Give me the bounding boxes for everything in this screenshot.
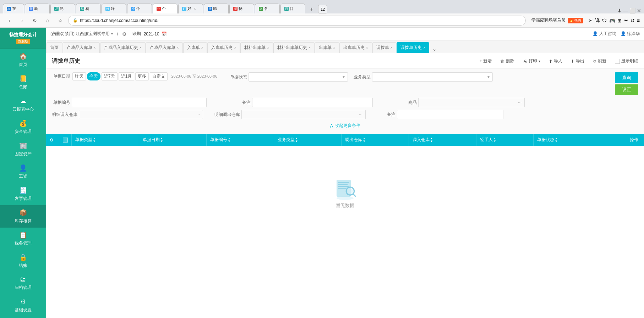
window-download-btn[interactable]: ⬇: [617, 8, 622, 13]
window-close-btn[interactable]: ✕: [637, 8, 641, 13]
page-tab-prod-in[interactable]: 产成品入库单 ×: [63, 42, 100, 53]
page-tab-in-hist[interactable]: 入库单历史 ×: [207, 42, 240, 53]
company-settings-icon[interactable]: ⚙: [122, 31, 127, 37]
page-tab-in-order[interactable]: 入库单 ×: [183, 42, 207, 53]
th-biz[interactable]: 业务类型 ▲▼: [274, 134, 341, 146]
in-hist-tab-close[interactable]: ×: [234, 46, 236, 50]
date-btn-today[interactable]: 今天: [87, 72, 100, 80]
browser-tab-9[interactable]: 腾 腾: [204, 4, 229, 13]
sidebar-item-funds[interactable]: 💰 资金管理: [0, 116, 46, 138]
transfer-hist-tab-close[interactable]: ×: [423, 46, 425, 50]
date-btn-yesterday[interactable]: 昨天: [72, 72, 86, 80]
date-btn-1month[interactable]: 近1月: [119, 72, 135, 80]
prod-in-tab-close[interactable]: ×: [94, 46, 96, 50]
print-button[interactable]: 🖨 打印 ▾: [520, 57, 543, 66]
sidebar-item-archive[interactable]: 🗂 归档管理: [0, 272, 46, 294]
bookmark-button[interactable]: ☆: [55, 16, 65, 26]
th-gear[interactable]: ⚙: [46, 134, 59, 146]
page-tab-home[interactable]: 首页: [46, 42, 62, 53]
page-tab-prod-in2[interactable]: 产成品入库单 ×: [146, 42, 183, 53]
tab-close-btn[interactable]: ×: [194, 7, 196, 11]
menu-icon[interactable]: ≡: [637, 18, 640, 23]
th-out-wh[interactable]: 调出仓库 ▲▼: [341, 134, 409, 146]
in-order-tab-close[interactable]: ×: [201, 46, 203, 50]
add-button[interactable]: + 新增: [477, 57, 495, 66]
sidebar-item-wages[interactable]: 👤 工资: [0, 161, 46, 183]
th-type[interactable]: 单据类型 ▲▼: [71, 134, 139, 146]
browser-tab-2[interactable]: 新 新: [25, 4, 50, 13]
setting-button[interactable]: 设置: [615, 84, 638, 95]
home-button[interactable]: ⌂: [43, 16, 53, 26]
print-dropdown-icon[interactable]: ▾: [539, 59, 540, 63]
page-tab-out-order[interactable]: 出库单 ×: [315, 42, 339, 53]
gear-settings-icon[interactable]: ⚙: [50, 138, 54, 143]
sidebar-item-tax[interactable]: 📋 税务管理: [0, 228, 46, 250]
out-order-tab-close[interactable]: ×: [333, 46, 335, 50]
browser-tab-1[interactable]: 在 在: [3, 4, 24, 13]
collapse-filter-btn[interactable]: ⋀ 收起更多条件: [328, 121, 362, 130]
query-button[interactable]: 查询: [615, 72, 638, 83]
th-handler[interactable]: 经手人 ▲▼: [476, 134, 533, 146]
sidebar-item-invoice[interactable]: 🧾 发票管理: [0, 183, 46, 205]
mat-out-tab-close[interactable]: ×: [267, 46, 269, 50]
doc-num-input[interactable]: [72, 98, 207, 107]
prod-in-hist-tab-close[interactable]: ×: [140, 46, 142, 50]
delete-button[interactable]: 🗑 删除: [497, 57, 517, 66]
calendar-icon[interactable]: 📅: [162, 32, 167, 37]
show-detail-checkbox[interactable]: [615, 59, 620, 64]
transfer-tab-close[interactable]: ×: [391, 46, 393, 50]
reload-button[interactable]: ↻: [30, 16, 40, 26]
browser-tab-8[interactable]: 好 好 ×: [178, 4, 203, 13]
out-hist-tab-close[interactable]: ×: [366, 46, 368, 50]
th-num[interactable]: 单据编号 ▲▼: [206, 134, 274, 146]
browser-tab-5[interactable]: 好 好: [102, 4, 126, 13]
forward-button[interactable]: ›: [17, 16, 27, 26]
sidebar-item-ledger[interactable]: 📒 总账: [0, 71, 46, 94]
status-select[interactable]: ▾: [249, 72, 348, 82]
sidebar-item-home[interactable]: 🏠 首页: [0, 49, 46, 71]
sidebar-item-assets[interactable]: 🏢 固定资产: [0, 138, 46, 161]
date-btn-custom[interactable]: 自定义: [150, 72, 168, 80]
sidebar-item-settings[interactable]: ⚙ 基础设置: [0, 294, 46, 317]
company-selector[interactable]: (勿删勿禁用) 江西服宝测试专用 ▾: [50, 31, 113, 37]
th-in-wh[interactable]: 调入仓库 ▲▼: [409, 134, 476, 146]
export-button[interactable]: ⬇ 导出: [568, 57, 587, 66]
biz-select[interactable]: ▾: [372, 72, 493, 82]
customer-service-btn[interactable]: 👤 人工咨询: [593, 31, 616, 37]
close-all-tabs-btn[interactable]: ×: [431, 48, 438, 53]
sidebar-item-report[interactable]: ☁ 云报表中心: [0, 94, 46, 116]
page-tab-transfer-hist[interactable]: 调拨单历史 ×: [397, 42, 429, 53]
sidebar-item-closing[interactable]: 🔒 结账: [0, 250, 46, 272]
date-btn-more[interactable]: 更多: [135, 72, 149, 80]
sidebar-item-guide[interactable]: 📚 新手引导: [0, 317, 46, 318]
window-maximize-btn[interactable]: ⬜: [629, 8, 635, 13]
date-btn-7days[interactable]: 近7天: [102, 72, 118, 80]
browser-tab-3[interactable]: 易 易: [50, 4, 75, 13]
goods-dots-btn[interactable]: ···: [518, 100, 522, 105]
in-warehouse-dots-btn[interactable]: ···: [196, 112, 200, 117]
browser-tab-10[interactable]: 畅 畅: [229, 4, 254, 13]
browser-tab-4[interactable]: 易 易: [76, 4, 101, 13]
company-dropdown-icon[interactable]: ▾: [111, 32, 113, 36]
back-button[interactable]: ‹: [4, 16, 14, 26]
page-tab-mat-out-hist[interactable]: 材料出库单历史 ×: [273, 42, 315, 53]
page-tab-prod-in-hist[interactable]: 产成品入库单历史 ×: [100, 42, 146, 53]
th-check[interactable]: [59, 134, 71, 146]
import-button[interactable]: ⬆ 导入: [546, 57, 565, 66]
page-tab-mat-out[interactable]: 材料出库单 ×: [240, 42, 273, 53]
browser-tab-11[interactable]: 各 各: [255, 4, 280, 13]
page-tab-transfer[interactable]: 调拨单 ×: [372, 42, 397, 53]
window-minimize-btn[interactable]: —: [623, 8, 628, 13]
user-avatar[interactable]: 👤 徐泽华: [621, 31, 640, 37]
sidebar-item-inventory[interactable]: 📦 库存核算: [0, 205, 46, 228]
note-input[interactable]: [252, 98, 373, 107]
prod-in2-tab-close[interactable]: ×: [177, 46, 179, 50]
note2-input[interactable]: [397, 110, 503, 119]
period-selector[interactable]: 账期 2021-10 📅: [132, 31, 167, 37]
out-warehouse-dots-btn[interactable]: ···: [359, 112, 362, 117]
browser-tab-12[interactable]: 目 目: [280, 4, 305, 13]
page-tab-out-hist[interactable]: 出库单历史 ×: [339, 42, 372, 53]
browser-tab-6[interactable]: 个 个: [127, 4, 152, 13]
browser-tab-7[interactable]: 企 企: [153, 4, 178, 13]
th-status[interactable]: 单据状态 ▲▼: [533, 134, 601, 146]
